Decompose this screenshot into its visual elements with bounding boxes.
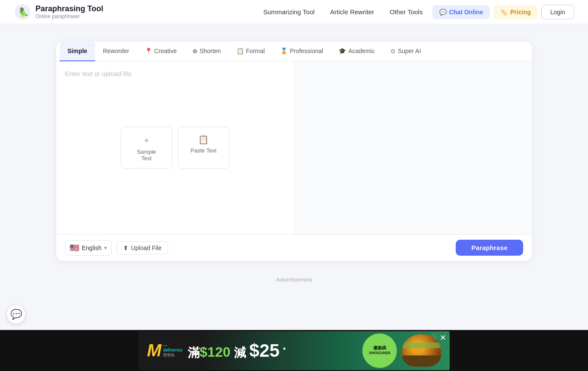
- tab-professional-label: Professional: [290, 48, 323, 54]
- chat-online-button[interactable]: 💬 Chat Online: [432, 5, 490, 19]
- tab-super-ai[interactable]: ⊙ Super AI: [383, 41, 429, 61]
- ad-full-text: 滿$120 減 $25 *: [188, 340, 286, 361]
- tab-creative-label: Creative: [154, 48, 177, 54]
- upload-file-button[interactable]: ⬆ Upload File: [117, 241, 168, 254]
- formal-icon: 📋: [236, 48, 244, 54]
- nav-summarizing-tool[interactable]: Summarizing Tool: [257, 6, 321, 18]
- professional-icon: 🏅: [280, 48, 288, 54]
- tab-reworder[interactable]: Reworder: [95, 41, 137, 61]
- tab-professional[interactable]: 🏅 Professional: [272, 41, 331, 61]
- title-group: Paraphrasing Tool Online paraphraser: [35, 4, 103, 19]
- header-nav: Summarizing Tool Article Rewriter Other …: [257, 5, 574, 19]
- nav-article-rewriter[interactable]: Article Rewriter: [324, 6, 380, 18]
- flag-icon: 🇺🇸: [70, 243, 79, 253]
- upload-file-label: Upload File: [131, 244, 162, 251]
- tab-super-ai-label: Super AI: [398, 48, 421, 54]
- login-button[interactable]: Login: [541, 5, 574, 19]
- header-left: 🦜 Paraphrasing Tool Online paraphraser: [14, 3, 103, 21]
- main-content: Simple Reworder 📍 Creative ⊕ Shorten 📋 F…: [0, 24, 588, 270]
- bottom-ad-inner: ⓘ ✕ M — deliveroo 聲聲稿 滿$120 減 $25 * 優惠碼 …: [138, 331, 450, 370]
- upload-buttons: ＋ Sample Text 📋 Paste Text: [112, 127, 238, 169]
- chevron-down-icon: ▾: [104, 245, 107, 251]
- paraphrase-button[interactable]: Paraphrase: [456, 240, 523, 256]
- super-ai-icon: ⊙: [390, 48, 396, 54]
- plus-icon: ＋: [142, 134, 151, 146]
- language-label: English: [82, 244, 102, 251]
- sample-text-button[interactable]: ＋ Sample Text: [121, 127, 173, 169]
- tab-formal[interactable]: 📋 Formal: [229, 41, 273, 61]
- editor-output: [294, 61, 532, 234]
- app-subtitle: Online paraphraser: [35, 13, 103, 19]
- bottom-bar: 🇺🇸 English ▾ ⬆ Upload File Paraphrase: [56, 234, 532, 261]
- tool-card: Simple Reworder 📍 Creative ⊕ Shorten 📋 F…: [56, 41, 532, 261]
- tab-simple-label: Simple: [67, 48, 87, 54]
- svg-text:🦜: 🦜: [18, 7, 29, 17]
- editor-left: ＋ Sample Text 📋 Paste Text: [56, 61, 294, 234]
- ad-text-content: 滿$120 減 $25 *: [188, 340, 357, 361]
- bottom-left: 🇺🇸 English ▾ ⬆ Upload File: [65, 240, 168, 256]
- tab-reworder-label: Reworder: [103, 48, 129, 54]
- paste-text-label: Paste Text: [191, 147, 217, 154]
- advertisement-label: Advertisement: [276, 276, 312, 283]
- tabs-bar: Simple Reworder 📍 Creative ⊕ Shorten 📋 F…: [56, 41, 532, 61]
- pricing-icon: 🏷️: [500, 9, 508, 16]
- nav-other-tools[interactable]: Other Tools: [383, 6, 428, 18]
- tab-academic-label: Academic: [348, 48, 374, 54]
- tab-shorten[interactable]: ⊕ Shorten: [185, 41, 229, 61]
- tab-creative[interactable]: 📍 Creative: [137, 41, 185, 61]
- deliveroo-logo: — deliveroo 聲聲稿: [163, 343, 182, 358]
- ad-close-button[interactable]: ✕: [440, 333, 446, 342]
- sample-text-label: Sample Text: [133, 149, 160, 162]
- academic-icon: 🎓: [339, 48, 346, 54]
- editor-area: ＋ Sample Text 📋 Paste Text: [56, 61, 532, 234]
- language-selector[interactable]: 🇺🇸 English ▾: [65, 240, 112, 256]
- ad-burger-image: [402, 334, 441, 367]
- tab-academic[interactable]: 🎓 Academic: [331, 41, 382, 61]
- chat-icon: 💬: [439, 9, 447, 16]
- chat-float-icon: 💬: [10, 309, 22, 320]
- mcdonalds-logo: M: [147, 341, 161, 360]
- pricing-button[interactable]: 🏷️ Pricing: [493, 5, 537, 19]
- chat-float-button[interactable]: 💬: [7, 305, 25, 323]
- tab-simple[interactable]: Simple: [60, 41, 95, 61]
- ad-section: Advertisement: [0, 270, 588, 290]
- shorten-icon: ⊕: [192, 48, 198, 54]
- paste-icon: 📋: [198, 134, 209, 145]
- paste-text-button[interactable]: 📋 Paste Text: [178, 127, 230, 169]
- app-title: Paraphrasing Tool: [35, 4, 103, 13]
- ad-brand-logos: M — deliveroo 聲聲稿: [147, 341, 182, 360]
- upload-icon: ⬆: [123, 244, 128, 251]
- header: 🦜 Paraphrasing Tool Online paraphraser S…: [0, 0, 588, 24]
- ad-promo-sticker: 優惠碼 SHOGUN25: [362, 333, 397, 368]
- creative-icon: 📍: [145, 48, 152, 54]
- tab-formal-label: Formal: [246, 48, 265, 54]
- tab-shorten-label: Shorten: [200, 48, 221, 54]
- bottom-ad-banner: ⓘ ✕ M — deliveroo 聲聲稿 滿$120 減 $25 * 優惠碼 …: [0, 330, 588, 371]
- logo-icon: 🦜: [14, 3, 31, 21]
